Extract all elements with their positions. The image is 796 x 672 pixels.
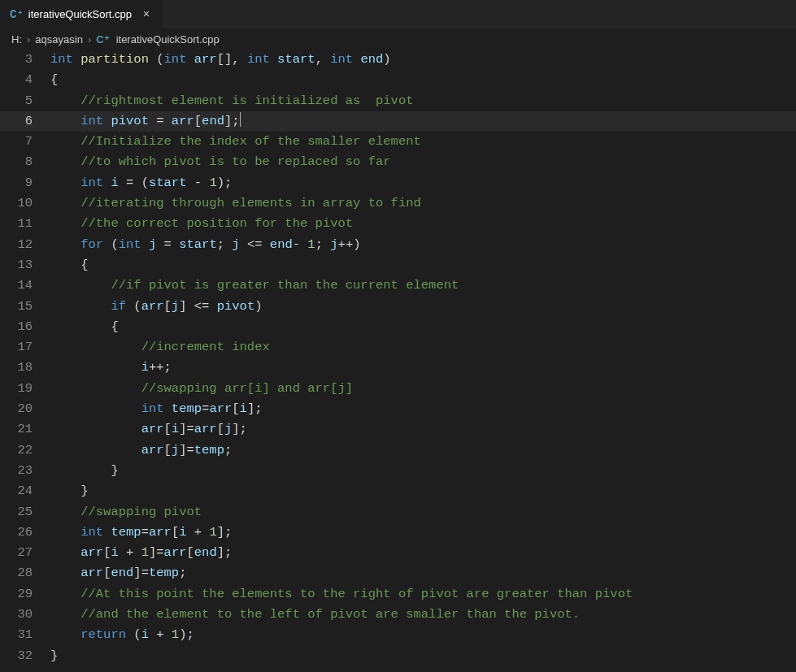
- token-pun: (: [126, 299, 141, 314]
- code-content[interactable]: //rightmost element is initialized as pi…: [50, 91, 796, 111]
- code-content[interactable]: }: [50, 646, 796, 666]
- code-editor[interactable]: 3int partition (int arr[], int start, in…: [0, 50, 796, 666]
- line-number: 13: [0, 255, 50, 275]
- tab-active[interactable]: C⁺ iterativeQuickSort.cpp ×: [0, 0, 163, 28]
- code-line[interactable]: 27 arr[i + 1]=arr[end];: [0, 543, 796, 563]
- token-var: start: [179, 237, 217, 252]
- code-content[interactable]: //swapping arr[i] and arr[j]: [50, 379, 796, 399]
- token-var: i: [111, 176, 118, 190]
- code-content[interactable]: int temp=arr[i];: [50, 399, 796, 419]
- token-var: arr: [141, 422, 164, 436]
- token-pun: ;: [315, 237, 331, 252]
- code-content[interactable]: int partition (int arr[], int start, int…: [50, 50, 796, 70]
- code-line[interactable]: 19 //swapping arr[i] and arr[j]: [0, 379, 796, 399]
- code-line[interactable]: 9 int i = (start - 1);: [0, 173, 796, 193]
- line-number: 6: [0, 111, 50, 132]
- code-content[interactable]: int pivot = arr[end];: [50, 111, 796, 132]
- code-content[interactable]: //to which pivot is to be replaced so fa…: [50, 152, 796, 172]
- code-content[interactable]: int i = (start - 1);: [50, 173, 796, 193]
- code-content[interactable]: //swapping pivot: [50, 502, 796, 522]
- token-pun: [141, 237, 149, 252]
- token-pun: [50, 566, 80, 580]
- code-line[interactable]: 21 arr[i]=arr[j];: [0, 419, 796, 440]
- code-line[interactable]: 10 //iterating through elements in array…: [0, 193, 796, 214]
- token-pun: [50, 114, 80, 128]
- code-content[interactable]: }: [50, 481, 796, 501]
- code-content[interactable]: return (i + 1);: [50, 625, 796, 645]
- code-line[interactable]: 26 int temp=arr[i + 1];: [0, 522, 796, 543]
- breadcrumb-item-folder[interactable]: aqsayasin: [35, 33, 83, 46]
- code-line[interactable]: 20 int temp=arr[i];: [0, 399, 796, 419]
- code-content[interactable]: arr[end]=temp;: [50, 563, 796, 583]
- token-pun: [50, 278, 111, 293]
- token-pun: ];: [247, 401, 263, 416]
- code-content[interactable]: //if pivot is greater than the current e…: [50, 275, 796, 296]
- code-content[interactable]: //Initialize the index of the smaller el…: [50, 132, 796, 152]
- code-line[interactable]: 8 //to which pivot is to be replaced so …: [0, 152, 796, 172]
- code-content[interactable]: //increment index: [50, 337, 796, 358]
- token-var: arr: [172, 114, 194, 128]
- code-content[interactable]: }: [50, 461, 796, 481]
- token-pun: <=: [240, 237, 270, 252]
- code-line[interactable]: 3int partition (int arr[], int start, in…: [0, 50, 796, 70]
- code-line[interactable]: 17 //increment index: [0, 337, 796, 358]
- code-content[interactable]: i++;: [50, 358, 796, 378]
- code-content[interactable]: if (arr[j] <= pivot): [50, 297, 796, 317]
- code-content[interactable]: {: [50, 255, 796, 275]
- text-cursor: [240, 112, 241, 127]
- code-line[interactable]: 6 int pivot = arr[end];: [0, 111, 796, 132]
- code-content[interactable]: {: [50, 70, 796, 90]
- line-number: 28: [0, 563, 50, 583]
- code-line[interactable]: 25 //swapping pivot: [0, 502, 796, 522]
- token-pun: ];: [232, 422, 247, 436]
- code-line[interactable]: 28 arr[end]=temp;: [0, 563, 796, 583]
- token-pun: [: [194, 114, 202, 128]
- code-line[interactable]: 30 //and the element to the left of pivo…: [0, 605, 796, 625]
- code-line[interactable]: 14 //if pivot is greater than the curren…: [0, 275, 796, 296]
- code-content[interactable]: //and the element to the left of pivot a…: [50, 605, 796, 625]
- close-icon[interactable]: ×: [140, 8, 153, 21]
- code-line[interactable]: 16 {: [0, 317, 796, 337]
- token-num: 1: [307, 237, 315, 252]
- code-content[interactable]: for (int j = start; j <= end- 1; j++): [50, 235, 796, 255]
- breadcrumb-item-file[interactable]: iterativeQuickSort.cpp: [116, 33, 220, 46]
- code-line[interactable]: 15 if (arr[j] <= pivot): [0, 297, 796, 317]
- breadcrumb-item-drive[interactable]: H:: [11, 33, 22, 46]
- code-line[interactable]: 5 //rightmost element is initialized as …: [0, 91, 796, 111]
- code-content[interactable]: //iterating through elements in array to…: [50, 193, 796, 214]
- code-content[interactable]: arr[i + 1]=arr[end];: [50, 543, 796, 563]
- token-var: j: [330, 237, 337, 252]
- token-pun: ): [254, 299, 262, 314]
- code-content[interactable]: //the correct position for the pivot: [50, 214, 796, 234]
- code-content[interactable]: arr[i]=arr[j];: [50, 419, 796, 440]
- chevron-right-icon: ›: [27, 33, 30, 46]
- code-content[interactable]: //At this point the elements to the righ…: [50, 584, 796, 605]
- code-line[interactable]: 24 }: [0, 481, 796, 501]
- token-pun: ): [383, 52, 390, 67]
- token-kw: int: [50, 52, 73, 67]
- token-cmt: //Initialize the index of the smaller el…: [80, 134, 421, 149]
- code-line[interactable]: 11 //the correct position for the pivot: [0, 214, 796, 234]
- code-content[interactable]: int temp=arr[i + 1];: [50, 522, 796, 543]
- code-line[interactable]: 31 return (i + 1);: [0, 625, 796, 645]
- code-line[interactable]: 23 }: [0, 461, 796, 481]
- token-pun: {: [50, 258, 89, 272]
- code-content[interactable]: arr[j]=temp;: [50, 440, 796, 461]
- token-pun: ++;: [149, 360, 172, 375]
- code-content[interactable]: {: [50, 317, 796, 337]
- token-var: i: [111, 545, 118, 560]
- code-line[interactable]: 7 //Initialize the index of the smaller …: [0, 132, 796, 152]
- token-pun: [50, 545, 80, 560]
- code-line[interactable]: 4{: [0, 70, 796, 90]
- token-cmt: //iterating through elements in array to…: [80, 196, 421, 210]
- token-pun: [: [164, 299, 172, 314]
- code-line[interactable]: 22 arr[j]=temp;: [0, 440, 796, 461]
- code-line[interactable]: 13 {: [0, 255, 796, 275]
- token-var: arr: [80, 566, 103, 580]
- code-line[interactable]: 18 i++;: [0, 358, 796, 378]
- code-line[interactable]: 32}: [0, 646, 796, 666]
- token-pun: =: [149, 114, 172, 128]
- code-line[interactable]: 29 //At this point the elements to the r…: [0, 584, 796, 605]
- token-cmt: //rightmost element is initialized as pi…: [80, 93, 413, 108]
- code-line[interactable]: 12 for (int j = start; j <= end- 1; j++): [0, 235, 796, 255]
